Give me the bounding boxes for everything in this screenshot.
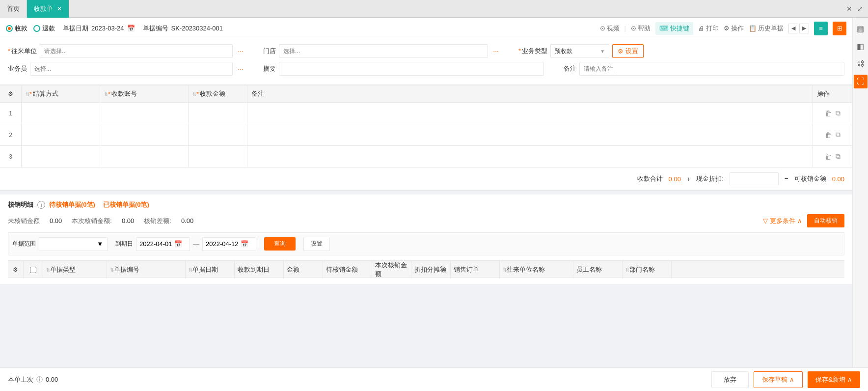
table-gear-header[interactable]: ⚙ [0,85,22,102]
business-type-select[interactable]: 预收款 ▼ [550,44,609,58]
detail-th-due-date: 收款到期日 [235,261,284,279]
range-select[interactable]: ▼ [39,237,108,251]
list-view-btn[interactable]: ≡ [814,22,828,35]
settings-button[interactable]: ⚙ 设置 [612,44,644,58]
print-btn[interactable]: 🖨 打印 [698,24,719,33]
draft-chevron-icon: ∧ [789,376,794,383]
save-new-btn[interactable]: 保存&新增 ∧ [808,371,860,388]
done-tab[interactable]: 已核销单据(0笔) [103,200,149,209]
row-3-delete-icon[interactable]: 🗑 [825,153,832,161]
per-order-label: 本单上次 [8,375,33,384]
counterpart-input[interactable] [40,44,233,58]
row-2-payment[interactable] [22,124,100,145]
abandon-btn[interactable]: 放弃 [711,371,749,388]
info-icon[interactable]: i [37,201,45,209]
row-3-payment[interactable] [22,146,100,167]
row-2-copy-icon[interactable]: ⧉ [836,131,841,139]
sidebar-doc-icon[interactable]: ◧ [854,39,868,53]
per-order-info-icon[interactable]: ⓘ [36,375,43,384]
row-2-delete-icon[interactable]: 🗑 [825,131,832,139]
right-sidebar: ▦ ◧ ⛓ ⛶ [852,18,868,367]
discount-input[interactable] [730,172,779,185]
business-type-field: *业务类型 预收款 ▼ ⚙ 设置 [518,44,644,58]
row-1-payment[interactable] [22,103,100,124]
store-input[interactable] [279,44,488,58]
operation-label: 操作 [731,24,744,33]
calendar-icon[interactable]: 📅 [127,25,135,32]
summary-input[interactable] [279,62,544,76]
shortcut-btn[interactable]: ⌨ 快捷键 [655,22,693,35]
store-more-icon[interactable]: ··· [493,47,499,55]
more-conditions-btn[interactable]: ▽ 更多条件 ∧ [763,217,802,225]
auto-writeoff-btn[interactable]: 自动核销 [807,214,844,227]
row-1-copy-icon[interactable]: ⧉ [836,109,841,117]
remark-input[interactable] [579,62,844,76]
tab-close-icon[interactable]: ✕ [57,5,62,12]
th-amount: ⇅ * 收款金额 [189,85,247,102]
row-1-account[interactable] [100,103,189,124]
draft-btn[interactable]: 保存草稿 ∧ [754,371,803,388]
staff-more-icon[interactable]: ··· [238,65,244,73]
row-1-delete-icon[interactable]: 🗑 [825,110,832,117]
history-icon: 📋 [749,25,757,32]
bottom-right: 放弃 保存草稿 ∧ 保存&新增 ∧ [711,371,860,388]
th-remark: 备注 [247,85,813,102]
row-3-amount[interactable] [189,146,247,167]
tab-receipt[interactable]: 收款单 ✕ [27,0,69,18]
nav-prev[interactable]: ◀ [788,24,798,33]
refund-radio[interactable]: 退款 [33,24,55,33]
row-2-remark[interactable] [247,124,813,145]
help-label: 帮助 [638,24,651,33]
date-from-input[interactable]: 2022-04-01 📅 [136,237,190,251]
row-2-amount[interactable] [189,124,247,145]
date-value[interactable]: 2023-03-24 [91,25,124,32]
gear-icon: ⚙ [618,48,624,55]
date-to-input[interactable]: 2022-04-12 📅 [202,237,256,251]
row-3-remark[interactable] [247,146,813,167]
pending-tab[interactable]: 待核销单据(0笔) [49,200,95,209]
receipt-radio-dot [6,25,13,32]
help-btn[interactable]: ⊙ 帮助 [631,24,651,33]
window-expand-icon[interactable]: ⤢ [857,5,863,13]
sort-icon: ⇅ [46,267,50,273]
select-all-checkbox[interactable] [30,267,36,273]
staff-input[interactable] [30,62,233,76]
row-3-copy-icon[interactable]: ⧉ [836,152,841,161]
filter-icon: ▽ [763,217,768,224]
chevron-down-icon: ▼ [97,240,103,248]
writeoff-title: 核销明细 [8,200,33,209]
video-btn[interactable]: ⊙ 视频 [600,24,620,33]
net-label: 可核销金额 [794,174,826,183]
history-btn[interactable]: 📋 历史单据 [749,24,784,33]
unwritten-value: 0.00 [50,217,62,224]
row-1-remark[interactable] [247,103,813,124]
row-2-account[interactable] [100,124,189,145]
sidebar-link-icon[interactable]: ⛓ [854,57,868,71]
grid-view-btn[interactable]: ⊞ [833,22,846,35]
form-area: *往来单位 ··· 门店 ··· *业务类型 预收款 ▼ ⚙ [0,39,852,85]
th-payment-method: ⇅ * 结算方式 [22,85,100,102]
nav-next[interactable]: ▶ [799,24,809,33]
sidebar-screenshot-icon[interactable]: ⛶ [854,75,868,88]
sidebar-table-icon[interactable]: ▦ [854,22,868,35]
filter-setting-btn[interactable]: 设置 [303,237,330,251]
tab-home[interactable]: 首页 [0,0,27,18]
row-3-account[interactable] [100,146,189,167]
receipt-radio[interactable]: 收款 [6,24,27,33]
query-btn[interactable]: 查询 [264,237,296,251]
counterpart-more-icon[interactable]: ··· [238,47,244,55]
operation-btn[interactable]: ⚙ 操作 [724,24,744,33]
window-close-icon[interactable]: ✕ [846,5,852,13]
table-row: 2 🗑 ⧉ [0,124,852,146]
number-value[interactable]: SK-20230324-001 [171,25,223,32]
summary-field: 摘要 [263,62,544,76]
th-action: 操作 [813,85,852,102]
save-new-chevron-icon: ∧ [847,376,852,383]
date-to-value: 2022-04-12 [206,240,239,248]
row-1-amount[interactable] [189,103,247,124]
row-1-actions: 🗑 ⧉ [813,103,852,124]
total-value: 0.00 [669,175,681,183]
detail-th-checkbox[interactable] [24,261,43,279]
counterpart-field: *往来单位 ··· [8,44,244,58]
detail-th-gear[interactable]: ⚙ [8,261,24,279]
